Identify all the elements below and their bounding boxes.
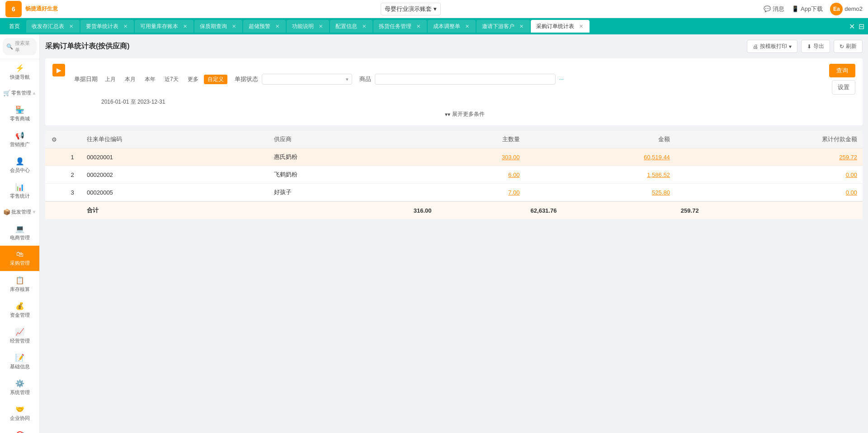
capital-icon: 💰 <box>15 302 24 310</box>
tab-overstock-warning[interactable]: 超储预警 ✕ <box>243 20 286 33</box>
date-shortcut-this-year[interactable]: 本年 <box>141 75 159 84</box>
tab-cost-adjust[interactable]: 成本调整单 ✕ <box>428 20 476 33</box>
tab-close-expiry-query[interactable]: ✕ <box>231 23 237 29</box>
tab-invite-customer-label: 邀请下游客户 <box>482 23 514 30</box>
status-select[interactable] <box>262 74 352 85</box>
tab-home-label: 首页 <box>9 23 20 30</box>
status-filter-group: 单据状态 <box>235 74 352 85</box>
workspace-selector[interactable]: 母婴行业演示账套 ▾ <box>381 3 441 15</box>
sidebar-item-label: 经营管理 <box>10 338 30 344</box>
tab-close-config-info[interactable]: ✕ <box>361 23 367 29</box>
date-shortcut-last-month[interactable]: 上月 <box>101 75 119 84</box>
tab-expiry-query[interactable]: 保质期查询 ✕ <box>194 20 242 33</box>
sidebar-search-button[interactable]: 🔍 搜索菜单 <box>3 38 37 55</box>
print-button[interactable]: 🖨 按模板打印 ▾ <box>747 40 797 53</box>
sidebar-item-label: 批发管理 <box>11 209 31 215</box>
tab-close-invite-customer[interactable]: ✕ <box>518 23 524 29</box>
tab-pick-task[interactable]: 拣货任务管理 ✕ <box>373 20 427 33</box>
goods-input[interactable] <box>375 74 556 85</box>
sidebar-item-marketing[interactable]: 📢 营销推广 <box>0 127 39 152</box>
sidebar-item-sys-mgmt[interactable]: ⚙️ 系统管理 <box>0 375 39 400</box>
app-download-button[interactable]: 📱 App下载 <box>792 5 823 13</box>
wholesale-expand-icon: ▼ <box>32 209 37 214</box>
refresh-button[interactable]: ↻ 刷新 <box>834 40 863 53</box>
goods-more-button[interactable]: ··· <box>559 76 564 82</box>
date-custom-badge[interactable]: 自定义 <box>204 75 227 84</box>
sidebar-item-enterprise-collab[interactable]: 🤝 企业协同 <box>0 400 39 426</box>
sidebar-item-label: 企业协同 <box>10 415 30 422</box>
cell-main-qty-3[interactable]: 7.00 <box>408 184 525 202</box>
cell-paid-amount-1[interactable]: 259.72 <box>675 148 863 166</box>
footer-label: 合计 <box>81 201 408 219</box>
tab-invite-customer[interactable]: 邀请下游客户 ✕ <box>476 20 530 33</box>
cell-amount-3[interactable]: 525.80 <box>525 184 675 202</box>
export-button[interactable]: ⬇ 导出 <box>801 40 830 53</box>
cell-main-qty-2[interactable]: 6.00 <box>408 166 525 184</box>
sidebar-item-member-center[interactable]: 👤 会员中心 <box>0 152 39 178</box>
tab-receive-summary[interactable]: 收发存汇总表 ✕ <box>26 20 80 33</box>
tab-close-purchase-summary[interactable]: ✕ <box>578 23 584 29</box>
tab-stock-ledger[interactable]: 可用量库存账本 ✕ <box>135 20 193 33</box>
table-row[interactable]: 3 00020005 好孩子 7.00 525.80 0.00 <box>45 184 863 202</box>
logo-char: 6 <box>12 5 15 13</box>
sidebar-item-shortcut[interactable]: ⚡ 快捷导航 <box>0 59 39 85</box>
tab-config-info-label: 配置信息 <box>335 23 357 30</box>
cell-amount-2[interactable]: 1,586.52 <box>525 166 675 184</box>
settings-button[interactable]: 设置 <box>832 80 855 95</box>
goods-filter-group: 商品 ··· <box>359 74 822 85</box>
date-shortcut-this-month[interactable]: 本月 <box>121 75 139 84</box>
date-shortcut-more[interactable]: 更多 <box>184 75 202 84</box>
footer-paid-amount: 259.72 <box>675 201 863 219</box>
sidebar-item-retail-shop[interactable]: 🏪 零售商城 <box>0 101 39 127</box>
date-shortcut-7days[interactable]: 近7天 <box>161 75 182 84</box>
export-label: 导出 <box>813 43 824 50</box>
expand-tabs-button[interactable]: ⊟ <box>859 22 864 31</box>
wholesale-mgmt-icon: 📦 <box>3 209 10 215</box>
tab-close-pick-task[interactable]: ✕ <box>415 23 421 29</box>
cell-paid-amount-3[interactable]: 0.00 <box>675 184 863 202</box>
column-settings-icon[interactable]: ⚙ <box>52 136 57 143</box>
tab-close-receive-summary[interactable]: ✕ <box>68 23 74 29</box>
sidebar-item-inventory[interactable]: 📋 库存核算 <box>0 271 39 297</box>
cell-paid-amount-2[interactable]: 0.00 <box>675 166 863 184</box>
tab-config-info[interactable]: 配置信息 ✕ <box>330 20 373 33</box>
sidebar-item-new-guide[interactable]: 🎯 新手引导 <box>0 426 39 433</box>
tab-order-summary[interactable]: 要货单统计表 ✕ <box>80 20 134 33</box>
sidebar-item-wholesale-mgmt[interactable]: 📦 批发管理 ▼ <box>0 204 39 220</box>
table-footer: 合计 316.00 62,631.76 259.72 <box>45 201 863 219</box>
sidebar-item-retail-mgmt[interactable]: 🛒 零售管理 ▲ <box>0 85 39 101</box>
cell-main-qty-1[interactable]: 303.00 <box>408 148 525 166</box>
tab-close-cost-adjust[interactable]: ✕ <box>464 23 470 29</box>
query-button[interactable]: 查询 <box>829 64 855 77</box>
filter-collapse-button[interactable]: ▶ <box>52 64 65 76</box>
tab-home[interactable]: 首页 <box>4 20 25 33</box>
sidebar-item-ops-mgmt[interactable]: 📈 经营管理 <box>0 323 39 349</box>
sidebar-item-retail-stats[interactable]: 📊 零售统计 <box>0 178 39 204</box>
user-area[interactable]: Ea demo2 <box>830 3 863 15</box>
tab-close-func-desc[interactable]: ✕ <box>317 23 324 29</box>
col-amount-label: 金额 <box>658 136 670 143</box>
app-logo: 6 <box>5 1 22 17</box>
message-label: 消息 <box>773 5 784 13</box>
footer-main-qty: 316.00 <box>408 201 525 219</box>
sidebar-item-ecommerce[interactable]: 💻 电商管理 <box>0 220 39 246</box>
sidebar-item-purchase-mgmt[interactable]: 🛍 采购管理 <box>0 246 39 271</box>
close-all-tabs-button[interactable]: ✕ <box>849 22 855 31</box>
sidebar-item-capital[interactable]: 💰 资金管理 <box>0 297 39 323</box>
basic-info-icon: 📝 <box>15 353 24 362</box>
page-content: 采购订单统计表(按供应商) 🖨 按模板打印 ▾ ⬇ 导出 ↻ 刷新 <box>40 34 868 433</box>
cell-rownum-3: 3 <box>63 184 81 202</box>
logo-area: 6 畅捷通好生意 <box>5 1 58 17</box>
tab-purchase-summary[interactable]: 采购订单统计表 ✕ <box>531 20 590 33</box>
sys-mgmt-icon: ⚙️ <box>15 379 24 388</box>
tab-close-overstock-warning[interactable]: ✕ <box>274 23 280 29</box>
cell-amount-1[interactable]: 60,519.44 <box>525 148 675 166</box>
expand-more-button[interactable]: ▾▾ 展开更多条件 <box>74 109 855 120</box>
message-button[interactable]: 💬 消息 <box>764 5 784 13</box>
tab-func-desc[interactable]: 功能说明 ✕ <box>287 20 329 33</box>
tab-close-order-summary[interactable]: ✕ <box>122 23 128 29</box>
table-row[interactable]: 1 00020001 惠氏奶粉 303.00 60,519.44 259.72 <box>45 148 863 166</box>
sidebar-item-basic-info[interactable]: 📝 基础信息 <box>0 349 39 375</box>
tab-close-stock-ledger[interactable]: ✕ <box>182 23 188 29</box>
table-row[interactable]: 2 00020002 飞鹤奶粉 6.00 1,586.52 0.00 <box>45 166 863 184</box>
